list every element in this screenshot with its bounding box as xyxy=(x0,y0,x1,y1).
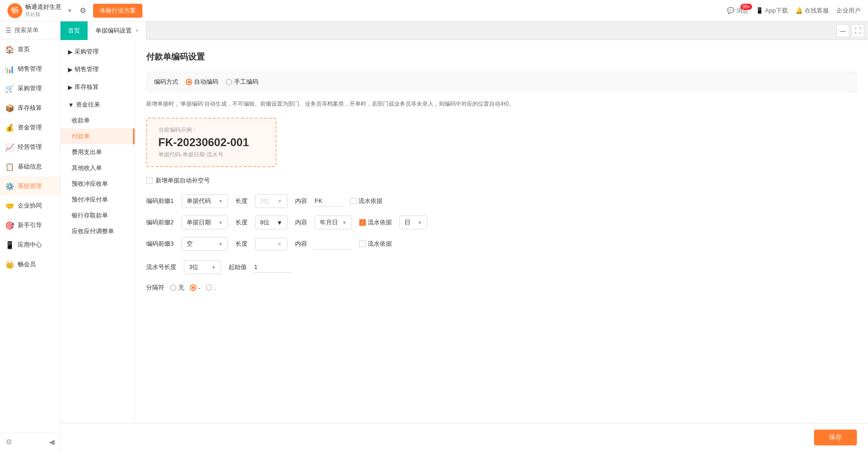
tab-maximize-button[interactable]: ⛶ xyxy=(851,24,864,37)
dropdown-arrow-2d: ▼ xyxy=(417,220,422,225)
sub-menu-header-purchase[interactable]: ▶ 采购管理 xyxy=(61,44,135,60)
settings-icon[interactable]: ⚙ xyxy=(76,4,89,17)
home-icon: 🏠 xyxy=(6,45,14,54)
sidebar-item-apps[interactable]: 📱 应用中心 xyxy=(0,235,60,255)
search-menu-button[interactable]: ☰ 搜索菜单 xyxy=(0,21,60,40)
prefix2-select[interactable]: 单据日期 ▼ xyxy=(182,215,228,229)
sidebar-item-purchase[interactable]: 🛒 采购管理 xyxy=(0,79,60,98)
sidebar-item-inventory[interactable]: 📦 库存核算 xyxy=(0,98,60,118)
sidebar-item-operations[interactable]: 📈 经营管理 xyxy=(0,137,60,157)
page-content: ▶ 采购管理 ▶ 销售管理 ▶ 库存核算 xyxy=(61,40,868,423)
sub-menu-item-adjustment[interactable]: 应收应付调整单 xyxy=(61,223,135,239)
auto-encoding-radio[interactable]: 自动编码 xyxy=(186,78,218,86)
prefix1-select[interactable]: 单据代码 ▼ xyxy=(182,194,228,208)
save-button[interactable]: 保存 xyxy=(814,430,857,445)
length1-select[interactable]: 2位 ▼ xyxy=(255,194,288,208)
sub-menu-item-bank[interactable]: 银行存取款单 xyxy=(61,208,135,223)
sep-dash-option[interactable]: - xyxy=(190,284,200,291)
tab-home[interactable]: 首页 xyxy=(61,21,88,40)
prefix3-label: 编码前缀3 xyxy=(146,240,174,248)
sub-menu-item-payment[interactable]: 付款单 xyxy=(61,128,135,144)
main-layout: ☰ 搜索菜单 🏠 首页 📊 销售管理 🛒 采购管理 📦 库存核算 💰 资 xyxy=(0,21,868,451)
sidebar-item-enterprise[interactable]: 🤝 企业协同 xyxy=(0,196,60,215)
sub-menu-item-expense[interactable]: 费用支出单 xyxy=(61,144,135,160)
trial-button[interactable]: 体验行业方案 xyxy=(93,4,142,18)
sidebar-item-basic[interactable]: 📋 基础信息 xyxy=(0,157,60,176)
sidebar-item-finance[interactable]: 💰 资金管理 xyxy=(0,118,60,137)
sidebar-nav: 🏠 首页 📊 销售管理 🛒 采购管理 📦 库存核算 💰 资金管理 📈 经 xyxy=(0,40,60,432)
settings-bottom-icon[interactable]: ⚙ xyxy=(6,438,12,446)
headset-icon: 🔔 xyxy=(795,7,803,14)
length2-select[interactable]: 8位 ▼ xyxy=(255,215,288,229)
encoding-radio-group: 自动编码 手工编码 xyxy=(186,78,258,86)
content1-input[interactable] xyxy=(315,195,343,207)
dropdown-arrow-1: ▼ xyxy=(218,199,223,204)
sub-menu-item-other-income[interactable]: 其他收入单 xyxy=(61,160,135,176)
serial2-check: ✓ 流水依据 xyxy=(359,218,392,227)
chevron-right-icon3: ▶ xyxy=(68,84,73,91)
config-row-3: 编码前缀3 空 ▼ 长度 ▼ 内容 xyxy=(146,237,857,251)
chevron-right-icon: ▶ xyxy=(68,48,73,55)
auto-fill-checkbox[interactable] xyxy=(146,177,153,184)
serial3-check: 流水依据 xyxy=(359,240,392,248)
nav-dropdown[interactable]: ▼ xyxy=(67,7,73,14)
length3-label: 长度 xyxy=(236,240,248,248)
separator-row: 分隔符 无 - . xyxy=(146,283,857,292)
sub-menu-group-sales: ▶ 销售管理 xyxy=(61,61,135,77)
sub-menu-header-sales[interactable]: ▶ 销售管理 xyxy=(61,61,135,77)
serial-length-arrow: ▼ xyxy=(211,265,216,270)
form-area: 付款单编码设置 编码方式 自动编码 手工编码 xyxy=(135,40,868,423)
sub-menu-item-receipt[interactable]: 收款单 xyxy=(61,113,135,128)
period2-select[interactable]: 日 ▼ xyxy=(399,215,427,229)
length3-select[interactable]: ▼ xyxy=(255,238,288,250)
service-button[interactable]: 🔔 在线客服 xyxy=(795,7,829,15)
sub-menu-item-prepay-payable[interactable]: 预付冲应付单 xyxy=(61,192,135,208)
dropdown-arrow-3: ▼ xyxy=(218,242,223,247)
encoding-section: 编码方式 自动编码 手工编码 xyxy=(146,72,857,92)
tab-close-icon[interactable]: × xyxy=(135,27,139,34)
sidebar: ☰ 搜索菜单 🏠 首页 📊 销售管理 🛒 采购管理 📦 库存核算 💰 资 xyxy=(0,21,61,451)
sub-menu-header-inventory[interactable]: ▶ 库存核算 xyxy=(61,79,135,95)
sep-dot-option[interactable]: . xyxy=(206,284,216,291)
content3-label: 内容 xyxy=(295,240,307,248)
member-icon: 👑 xyxy=(6,260,14,269)
sep-options: 无 - . xyxy=(170,283,216,292)
encoding-label: 编码方式 xyxy=(154,78,178,86)
message-button[interactable]: 💬 消息 99+ xyxy=(727,7,748,15)
start-value-input[interactable] xyxy=(254,262,291,273)
app-download-button[interactable]: 📱 App下载 xyxy=(756,7,788,15)
chevron-right-icon2: ▶ xyxy=(68,66,73,73)
serial3-checkbox[interactable] xyxy=(359,241,366,247)
sidebar-bottom: ⚙ ◀ xyxy=(0,432,60,451)
dropdown-arrow-3b: ▼ xyxy=(276,241,283,248)
content2-label: 内容 xyxy=(295,218,307,227)
tab-encoding-settings[interactable]: 单据编码设置 × xyxy=(88,21,147,40)
logo-text: 畅通道好生意 搭起版 xyxy=(25,3,61,18)
serial-length-select[interactable]: 3位 ▼ xyxy=(184,260,221,274)
sidebar-item-sales[interactable]: 📊 销售管理 xyxy=(0,59,60,79)
sep-none-option[interactable]: 无 xyxy=(170,283,184,292)
sep-none-dot xyxy=(170,284,176,291)
sub-menu: ▶ 采购管理 ▶ 销售管理 ▶ 库存核算 xyxy=(61,40,135,423)
topbar-right: 💬 消息 99+ 📱 App下载 🔔 在线客服 企业用户 xyxy=(727,7,861,15)
prefix3-select[interactable]: 空 ▼ xyxy=(182,237,228,251)
sidebar-item-guide[interactable]: 🎯 新手引导 xyxy=(0,215,60,235)
enterprise-icon: 🤝 xyxy=(6,202,14,210)
sub-menu-header-finance[interactable]: ▼ 资金往来 xyxy=(61,97,135,113)
sidebar-item-member[interactable]: 👑 畅会员 xyxy=(0,255,60,274)
sub-menu-item-prepay-receivable[interactable]: 预收冲应收单 xyxy=(61,176,135,192)
content-area: 首页 单据编码设置 × — ⛶ ▶ 采购管理 xyxy=(61,21,868,451)
prefix2-label: 编码前缀2 xyxy=(146,218,174,227)
collapse-icon[interactable]: ◀ xyxy=(49,438,54,446)
sidebar-item-system[interactable]: ⚙️ 系统管理 xyxy=(0,176,60,196)
dropdown-arrow-2c: ▼ xyxy=(342,220,347,225)
user-info[interactable]: 企业用户 xyxy=(836,7,861,15)
code-preview-value: FK-20230602-001 xyxy=(158,136,264,149)
serial2-checkbox[interactable]: ✓ xyxy=(359,219,366,226)
serial1-checkbox[interactable] xyxy=(350,198,357,204)
content2-select[interactable]: 年月日 ▼ xyxy=(315,215,352,229)
content3-input[interactable] xyxy=(315,238,352,249)
manual-encoding-radio[interactable]: 手工编码 xyxy=(226,78,258,86)
sidebar-item-home[interactable]: 🏠 首页 xyxy=(0,40,60,59)
tab-minimize-button[interactable]: — xyxy=(836,24,849,37)
